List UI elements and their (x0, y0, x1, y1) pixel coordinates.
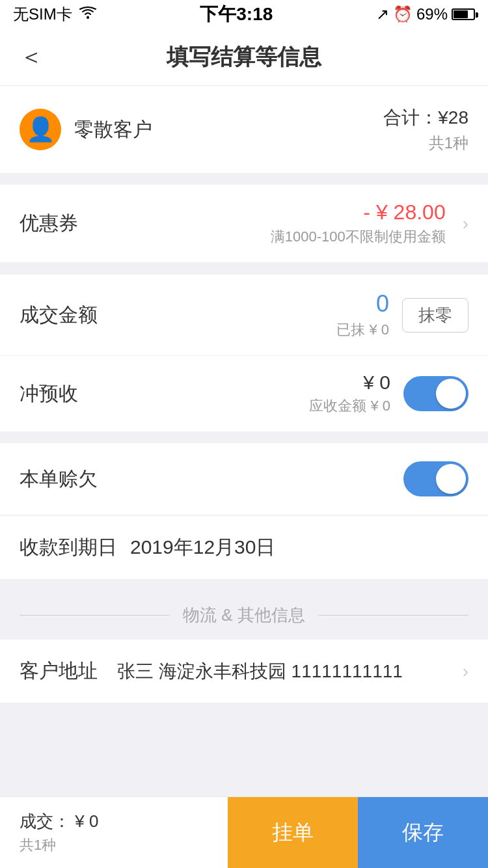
address-row[interactable]: 客户地址 张三 海淀永丰科技园 11111111111 › (0, 640, 488, 703)
due-date-section: 收款到期日 2019年12月30日 (0, 516, 488, 579)
transaction-value-block: 0 已抹 ¥ 0 (336, 290, 389, 340)
prepay-toggle[interactable] (403, 376, 468, 411)
wifi-icon (79, 5, 97, 23)
bottom-deal-label: 成交： (20, 811, 70, 831)
prepay-amount-block: ¥ 0 应收金额 ¥ 0 (309, 372, 390, 416)
status-left: 无SIM卡 (13, 4, 97, 25)
status-time: 下午3:18 (200, 2, 273, 27)
back-button[interactable]: ＜ (20, 41, 43, 73)
address-value: 张三 海淀永丰科技园 11111111111 (117, 659, 456, 684)
debit-toggle-knob (436, 464, 466, 494)
bottom-deal-amount: ¥ 0 (75, 811, 98, 831)
prepay-right: ¥ 0 应收金额 ¥ 0 (309, 372, 468, 416)
transaction-label: 成交金额 (20, 302, 98, 329)
save-button[interactable]: 保存 (358, 797, 488, 869)
status-bar: 无SIM卡 下午3:18 ↗ ⏰ 69% (0, 0, 488, 29)
debit-label: 本单赊欠 (20, 466, 98, 493)
address-chevron: › (463, 661, 468, 682)
customer-section: 👤 零散客户 合计：¥28 共1种 (0, 86, 488, 173)
customer-name: 零散客户 (74, 116, 152, 143)
address-label: 客户地址 (20, 658, 98, 685)
alarm-icon: ⏰ (393, 5, 413, 23)
logistics-label: 物流 & 其他信息 (183, 604, 305, 627)
debit-section: 本单赊欠 (0, 443, 488, 515)
nav-bar: ＜ 填写结算等信息 (0, 29, 488, 86)
divider-4 (0, 580, 488, 591)
hold-button[interactable]: 挂单 (228, 797, 358, 869)
logistics-divider: 物流 & 其他信息 (0, 591, 488, 640)
address-section: 客户地址 张三 海淀永丰科技园 11111111111 › (0, 640, 488, 703)
customer-count: 共1种 (383, 133, 468, 154)
customer-left: 👤 零散客户 (20, 109, 152, 150)
content: 👤 零散客户 合计：¥28 共1种 优惠券 - ¥ 28.00 满1000-10… (0, 86, 488, 793)
bottom-bar: 成交： ¥ 0 共1种 挂单 保存 (0, 796, 488, 868)
bottom-deal: 成交： ¥ 0 (20, 810, 208, 833)
transaction-section: 成交金额 0 已抹 ¥ 0 抹零 冲预收 ¥ 0 应收金额 ¥ 0 (0, 275, 488, 431)
coupon-amount: - ¥ 28.00 (271, 200, 446, 224)
divider-5 (0, 704, 488, 714)
status-right: ↗ ⏰ 69% (376, 5, 475, 23)
due-date-row: 收款到期日 2019年12月30日 (0, 516, 488, 579)
prepay-amount: ¥ 0 (309, 372, 390, 394)
debit-row: 本单赊欠 (0, 443, 488, 515)
customer-right: 合计：¥28 共1种 (383, 105, 468, 154)
logistics-line-left (20, 615, 170, 616)
coupon-desc: 满1000-100不限制使用金额 (271, 227, 446, 247)
divider-2 (0, 264, 488, 275)
battery-percent: 69% (416, 5, 448, 23)
bottom-info: 成交： ¥ 0 共1种 (0, 810, 228, 855)
coupon-value: - ¥ 28.00 满1000-100不限制使用金额 (271, 200, 446, 247)
logistics-line-right (318, 615, 468, 616)
coupon-right: - ¥ 28.00 满1000-100不限制使用金额 › (271, 200, 468, 247)
page-title: 填写结算等信息 (167, 42, 321, 72)
battery-icon (452, 8, 475, 20)
transaction-amount: 0 (336, 290, 389, 318)
due-date-label: 收款到期日 (20, 534, 117, 561)
round-button[interactable]: 抹零 (402, 298, 468, 332)
due-date-value: 2019年12月30日 (130, 534, 275, 561)
divider-1 (0, 174, 488, 185)
transaction-right: 0 已抹 ¥ 0 抹零 (336, 290, 468, 340)
transaction-amount-row: 成交金额 0 已抹 ¥ 0 抹零 (0, 275, 488, 356)
divider-3 (0, 433, 488, 443)
prepay-label: 冲预收 (20, 381, 78, 407)
toggle-knob (436, 379, 466, 409)
customer-avatar: 👤 (20, 109, 61, 150)
location-icon: ↗ (376, 5, 389, 23)
prepay-sub: 应收金额 ¥ 0 (309, 396, 390, 416)
coupon-label: 优惠券 (20, 210, 78, 237)
coupon-chevron: › (463, 213, 468, 234)
coupon-section: 优惠券 - ¥ 28.00 满1000-100不限制使用金额 › (0, 185, 488, 263)
bottom-count: 共1种 (20, 835, 208, 855)
svg-point-0 (87, 16, 89, 19)
transaction-sub: 已抹 ¥ 0 (336, 320, 389, 340)
prepay-row: 冲预收 ¥ 0 应收金额 ¥ 0 (0, 356, 488, 431)
customer-avatar-icon: 👤 (26, 116, 55, 143)
debit-toggle[interactable] (403, 461, 468, 496)
customer-total: 合计：¥28 (383, 105, 468, 130)
network-label: 无SIM卡 (13, 4, 72, 25)
coupon-row[interactable]: 优惠券 - ¥ 28.00 满1000-100不限制使用金额 › (0, 185, 488, 263)
